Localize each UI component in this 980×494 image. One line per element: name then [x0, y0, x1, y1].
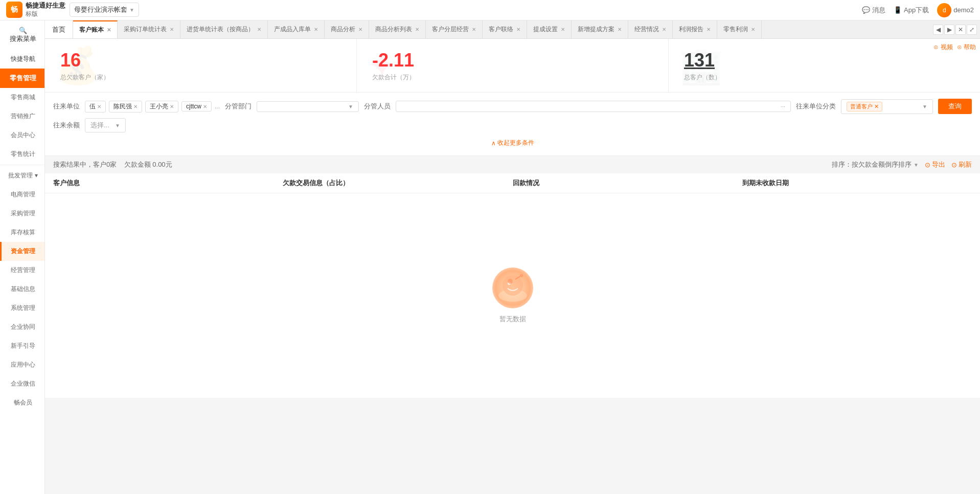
results-count: 搜索结果中，客户0家: [53, 161, 117, 168]
sidebar-item-guide[interactable]: 新手引导: [0, 336, 44, 355]
tab-purchase-order-stats[interactable]: 采购订单统计表 ✕: [118, 20, 180, 39]
stat-card-debt-customers: 💰 16 总欠款客户（家）: [45, 39, 357, 92]
sidebar-item-vip[interactable]: 畅会员: [0, 393, 44, 412]
filter-tag-2[interactable]: 陈民强 ✕: [109, 101, 142, 113]
tab-product-analysis-list[interactable]: 商品分析列表 ✕: [369, 20, 426, 39]
tab-close-purchase[interactable]: ✕: [170, 27, 174, 32]
tab-new-promotion[interactable]: 新增提成方案 ✕: [572, 20, 628, 39]
sidebar-item-basic-info[interactable]: 基础信息: [0, 280, 44, 299]
svg-point-1: [503, 275, 523, 296]
tab-promotion-settings[interactable]: 提成设置 ✕: [527, 20, 572, 39]
tab-close-profit[interactable]: ✕: [706, 27, 711, 32]
chevron-down-icon: ▼: [129, 7, 134, 13]
help-link[interactable]: ⊙ 帮助: [957, 43, 976, 52]
dept-chevron-icon: ▼: [348, 104, 353, 109]
tab-profit-report[interactable]: 利润报告 ✕: [673, 20, 717, 39]
sort-select[interactable]: 排序：按欠款金额倒序排序 ▼: [832, 160, 919, 169]
sort-label: 排序：按欠款金额倒序排序: [832, 160, 911, 169]
classify-tag-normal[interactable]: 普通客户 ✕: [847, 102, 882, 111]
sidebar-item-retail-mgmt[interactable]: 零售管理: [0, 69, 44, 88]
filter-tag-1[interactable]: 伍 ✕: [85, 101, 106, 113]
video-link[interactable]: ⊙ 视频: [933, 43, 952, 52]
tab-customer-balance[interactable]: 客户账本 ✕: [73, 20, 118, 39]
tab-close-product-list[interactable]: ✕: [415, 27, 419, 32]
refresh-button[interactable]: ⊙ 刷新: [951, 160, 972, 169]
balance-select[interactable]: 选择... ▼: [85, 118, 126, 132]
filter-tag-3-close[interactable]: ✕: [170, 104, 174, 109]
tab-close-customer-balance[interactable]: ✕: [107, 28, 111, 33]
tab-purchase-stats-by-product[interactable]: 进货单统计表（按商品） ✕: [180, 20, 268, 39]
tab-expand-btn[interactable]: ⤢: [967, 25, 977, 35]
tab-purchase-stats-label: 进货单统计表（按商品）: [187, 25, 254, 34]
filter-tag-1-label: 伍: [89, 102, 96, 111]
sidebar-item-enterprise[interactable]: 企业协同: [0, 318, 44, 336]
sidebar-item-retail-store[interactable]: 零售商城: [0, 88, 44, 107]
classify-select[interactable]: 普通客户 ✕ ▼: [841, 99, 933, 114]
sidebar-item-retail-stats[interactable]: 零售统计: [0, 145, 44, 164]
tab-close-retail[interactable]: ✕: [751, 27, 755, 32]
tab-operations-status[interactable]: 经营情况 ✕: [628, 20, 673, 39]
sidebar-label-operations: 经营管理: [2, 266, 44, 275]
filter-tag-3[interactable]: 王小亮 ✕: [145, 101, 178, 113]
tab-product-analysis-label: 商品分析: [331, 25, 355, 34]
sidebar-label-guide: 新手引导: [2, 342, 44, 350]
collapse-button[interactable]: ∧ 收起更多条件: [491, 139, 534, 147]
tab-customer-contact[interactable]: 客户联络 ✕: [483, 20, 527, 39]
tab-close-all-btn[interactable]: ✕: [955, 25, 966, 35]
tab-product-analysis[interactable]: 商品分析 ✕: [325, 20, 369, 39]
tab-close-product-analysis[interactable]: ✕: [358, 27, 362, 32]
filter-tag-2-close[interactable]: ✕: [133, 104, 138, 109]
empty-illustration: [495, 270, 531, 306]
store-selector[interactable]: 母婴行业演示帐套 ▼: [70, 3, 139, 17]
tab-close-operations[interactable]: ✕: [662, 27, 666, 32]
person-more-icon: ···: [781, 103, 785, 109]
sidebar-item-inventory[interactable]: 库存核算: [0, 223, 44, 242]
filter-tag-4-close[interactable]: ✕: [203, 104, 207, 109]
user-profile[interactable]: d demo2: [937, 3, 974, 17]
tab-next-btn[interactable]: ▶: [944, 25, 954, 35]
filter-more-btn[interactable]: ...: [215, 103, 220, 110]
tab-close-new-promotion[interactable]: ✕: [618, 27, 622, 32]
sidebar-item-quick-nav[interactable]: 快捷导航: [0, 50, 44, 69]
sidebar-item-search-menu[interactable]: 🔍 搜索菜单: [0, 20, 44, 50]
sidebar-item-members[interactable]: 会员中心: [0, 126, 44, 145]
tab-prev-btn[interactable]: ◀: [933, 25, 943, 35]
tab-home-label: 首页: [52, 25, 65, 34]
sidebar-item-purchase[interactable]: 采购管理: [0, 204, 44, 223]
sidebar-item-sys-mgmt[interactable]: 系统管理: [0, 299, 44, 318]
sidebar-item-operations[interactable]: 经营管理: [0, 261, 44, 280]
tab-production-inbound[interactable]: 产成品入库单 ✕: [268, 20, 325, 39]
sidebar-label-quick-nav: 快捷导航: [2, 55, 44, 63]
tab-home[interactable]: 首页: [45, 20, 73, 39]
sidebar-label-finance: 资金管理: [2, 247, 44, 256]
tab-customer-segment[interactable]: 客户分层经营 ✕: [426, 20, 483, 39]
sidebar-label-batch-mgmt: 批发管理 ▾: [2, 171, 44, 180]
tab-close-production[interactable]: ✕: [314, 27, 318, 32]
classify-label: 往来单位分类: [796, 102, 836, 111]
sidebar-item-ecommerce[interactable]: 电商管理: [0, 185, 44, 204]
store-name: 母婴行业演示帐套: [74, 5, 127, 14]
message-action[interactable]: 💬 消息: [862, 6, 885, 15]
sidebar-label-members: 会员中心: [2, 131, 44, 140]
table-body: 暂无数据: [45, 193, 980, 398]
dept-select[interactable]: ▼: [257, 101, 359, 112]
tab-close-promotion[interactable]: ✕: [561, 27, 565, 32]
svg-point-5: [520, 274, 523, 277]
sidebar-item-batch-mgmt[interactable]: 批发管理 ▾: [0, 166, 44, 185]
stats-header: 💰 16 总欠款客户（家） ✦ -2.11 欠款合计（万） 🏢 131 总客户（…: [45, 39, 980, 93]
query-button[interactable]: 查询: [938, 99, 972, 114]
filter-tag-4[interactable]: cjttcw ✕: [181, 101, 212, 111]
tab-close-customer-segment[interactable]: ✕: [472, 27, 476, 32]
filter-tag-1-close[interactable]: ✕: [97, 104, 101, 109]
export-button[interactable]: ⊙ 导出: [925, 160, 945, 169]
app-download-action[interactable]: 📱 App下载: [894, 6, 929, 15]
tab-close-purchase-stats[interactable]: ✕: [257, 27, 261, 32]
tab-close-contact[interactable]: ✕: [516, 27, 520, 32]
sidebar-item-wechat-work[interactable]: 企业微信: [0, 374, 44, 393]
sidebar-item-marketing[interactable]: 营销推广: [0, 107, 44, 126]
person-select[interactable]: ···: [396, 101, 791, 112]
sidebar-item-finance[interactable]: 资金管理: [0, 242, 44, 261]
sidebar-label-purchase: 采购管理: [2, 209, 44, 218]
sidebar-item-app-center[interactable]: 应用中心: [0, 355, 44, 374]
tab-retail-profit[interactable]: 零售利润 ✕: [717, 20, 762, 39]
